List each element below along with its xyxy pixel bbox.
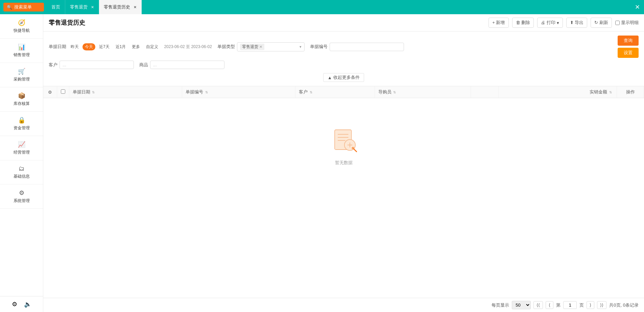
goods-label: 商品 xyxy=(139,62,148,68)
new-button[interactable]: + 新增 xyxy=(488,18,508,28)
tab-home-label: 首页 xyxy=(51,4,60,10)
tab-home[interactable]: 首页 xyxy=(47,0,65,14)
date-buttons: 昨天 今天 近7天 近1月 更多 自定义 xyxy=(68,43,161,50)
sidebar: 🧭 快捷导航 📊 销售管理 🛒 采购管理 📦 库存核算 🔒 资金管理 📈 经营管… xyxy=(0,14,43,312)
system-icon: ⚙ xyxy=(19,189,24,197)
th-voucher-no: 单据编号 ⇅ xyxy=(182,86,295,98)
page-unit: 页 xyxy=(579,302,584,308)
th-amount-label: 实销金额 xyxy=(590,89,607,94)
page-title: 零售退货历史 xyxy=(49,19,85,27)
tab-retail-return-history-close[interactable]: ✕ xyxy=(134,5,137,9)
th-voucher-no-sort-icon[interactable]: ⇅ xyxy=(205,90,208,94)
voucher-type-tag-close[interactable]: ✕ xyxy=(259,45,262,49)
print-button[interactable]: 🖨 打印 ▾ xyxy=(537,18,563,28)
search-icon: 🔍 xyxy=(7,5,12,10)
settings-button[interactable]: 设置 xyxy=(618,48,639,58)
date-btn-custom[interactable]: 自定义 xyxy=(144,43,161,50)
purchase-icon: 🛒 xyxy=(18,68,25,75)
sidebar-settings-icon[interactable]: ⚙ xyxy=(12,300,17,308)
tab-retail-return[interactable]: 零售退货 ✕ xyxy=(65,0,99,14)
date-btn-1month[interactable]: 近1月 xyxy=(113,43,128,50)
table-area: ⚙ 单据日期 ⇅ 单据编号 ⇅ xyxy=(43,86,644,298)
voucher-no-filter: 单据编号 xyxy=(310,43,404,51)
search-menu[interactable]: 🔍 搜索菜单 xyxy=(3,3,44,12)
sidebar-item-quick-nav[interactable]: 🧭 快捷导航 xyxy=(0,14,43,39)
th-customer-label: 客户 xyxy=(299,89,308,94)
sales-icon: 📊 xyxy=(18,43,25,51)
sidebar-item-sales[interactable]: 📊 销售管理 xyxy=(0,39,43,63)
filter-row-2: 客户 商品 xyxy=(49,61,639,69)
sidebar-item-inventory-label: 库存核算 xyxy=(14,101,30,107)
collapse-button[interactable]: ▲ 收起更多条件 xyxy=(323,73,364,82)
tabs-area: 首页 零售退货 ✕ 零售退货历史 ✕ xyxy=(47,0,142,14)
gear-icon[interactable]: ⚙ xyxy=(48,90,52,95)
sidebar-item-basic-info-label: 基础信息 xyxy=(14,174,30,179)
select-all-checkbox[interactable] xyxy=(61,89,65,94)
refresh-button[interactable]: ↻ 刷新 xyxy=(591,18,612,28)
last-page-button[interactable]: ⟩⟩ xyxy=(597,301,606,309)
customer-label: 客户 xyxy=(49,62,57,68)
sidebar-volume-icon[interactable]: 🔈 xyxy=(24,300,31,308)
sidebar-item-operations[interactable]: 📈 经营管理 xyxy=(0,136,43,160)
show-detail-checkbox[interactable] xyxy=(615,21,620,25)
voucher-type-tag-text: 零售退货 xyxy=(242,44,258,50)
goods-input[interactable] xyxy=(150,61,224,69)
date-btn-yesterday[interactable]: 昨天 xyxy=(68,43,81,50)
first-page-button[interactable]: ⟨⟨ xyxy=(533,301,543,309)
collapse-label: 收起更多条件 xyxy=(333,74,360,81)
sidebar-bottom: ⚙ 🔈 xyxy=(0,296,43,312)
sidebar-item-system[interactable]: ⚙ 系统管理 xyxy=(0,184,43,209)
tab-retail-return-history[interactable]: 零售退货历史 ✕ xyxy=(99,0,142,14)
sidebar-item-finance[interactable]: 🔒 资金管理 xyxy=(0,112,43,136)
query-settings-col: 查询 设置 xyxy=(618,36,639,58)
th-guide-label: 导购员 xyxy=(378,89,391,94)
sidebar-item-purchase[interactable]: 🛒 采购管理 xyxy=(0,63,43,87)
voucher-type-select[interactable]: 零售退货 ✕ ▾ xyxy=(237,42,305,51)
sidebar-item-inventory[interactable]: 📦 库存核算 xyxy=(0,87,43,112)
content-area: 零售退货历史 + 新增 🗑 删除 🖨 打印 ▾ ⬆ 导出 ↻ 刷新 xyxy=(43,14,644,312)
prev-page-button[interactable]: ⟨ xyxy=(546,301,553,309)
collapse-icon: ▲ xyxy=(328,75,332,80)
th-spacer xyxy=(471,86,498,98)
delete-button[interactable]: 🗑 删除 xyxy=(512,18,534,28)
refresh-button-label: ↻ 刷新 xyxy=(594,20,608,26)
customer-filter: 客户 xyxy=(49,61,134,69)
show-detail-label: 显示明细 xyxy=(615,20,639,26)
date-btn-7days[interactable]: 近7天 xyxy=(97,43,112,50)
th-date-label: 单据日期 xyxy=(73,89,90,94)
voucher-type-label: 单据类型 xyxy=(217,44,235,50)
voucher-type-tag: 零售退货 ✕ xyxy=(240,44,264,50)
th-date-sort-icon[interactable]: ⇅ xyxy=(92,90,95,94)
sidebar-item-quick-nav-label: 快捷导航 xyxy=(14,28,30,34)
th-guide-sort-icon[interactable]: ⇅ xyxy=(393,90,396,94)
th-amount-sort-icon[interactable]: ⇅ xyxy=(609,90,612,94)
new-button-label: + 新增 xyxy=(492,20,505,26)
data-table: ⚙ 单据日期 ⇅ 单据编号 ⇅ xyxy=(43,86,644,98)
date-btn-more[interactable]: 更多 xyxy=(129,43,142,50)
th-voucher-no-label: 单据编号 xyxy=(186,89,203,94)
query-button[interactable]: 查询 xyxy=(618,36,639,46)
sidebar-item-operations-label: 经营管理 xyxy=(14,150,30,155)
show-detail-text: 显示明细 xyxy=(621,20,639,26)
sidebar-item-basic-info[interactable]: 🗂 基础信息 xyxy=(0,160,43,184)
page-number-input[interactable] xyxy=(563,301,577,309)
customer-input[interactable] xyxy=(59,61,134,69)
export-button-label: ⬆ 导出 xyxy=(570,20,584,26)
date-filter-label: 单据日期 xyxy=(49,44,66,50)
print-dropdown-icon[interactable]: ▾ xyxy=(557,20,559,25)
close-window-button[interactable]: ✕ xyxy=(635,3,640,11)
delete-button-label: 🗑 删除 xyxy=(516,20,530,26)
pagination-bar: 每页显示 50 100 200 ⟨⟨ ⟨ 第 页 ⟩ ⟩⟩ 共0页, 0条记录 xyxy=(43,298,644,312)
voucher-no-input[interactable] xyxy=(330,43,404,51)
print-button-label: 🖨 打印 xyxy=(541,20,555,26)
tab-retail-return-close[interactable]: ✕ xyxy=(91,5,94,9)
sidebar-item-finance-label: 资金管理 xyxy=(14,125,30,131)
date-btn-today[interactable]: 今天 xyxy=(82,43,95,50)
th-checkbox xyxy=(57,86,69,98)
export-button[interactable]: ⬆ 导出 xyxy=(566,18,588,28)
filter-row-1: 单据日期 昨天 今天 近7天 近1月 更多 自定义 2023-06-02 至 2… xyxy=(49,36,639,58)
th-customer-sort-icon[interactable]: ⇅ xyxy=(310,90,312,94)
per-page-select[interactable]: 50 100 200 xyxy=(512,301,531,309)
empty-text: 暂无数据 xyxy=(335,160,353,166)
next-page-button[interactable]: ⟩ xyxy=(587,301,594,309)
